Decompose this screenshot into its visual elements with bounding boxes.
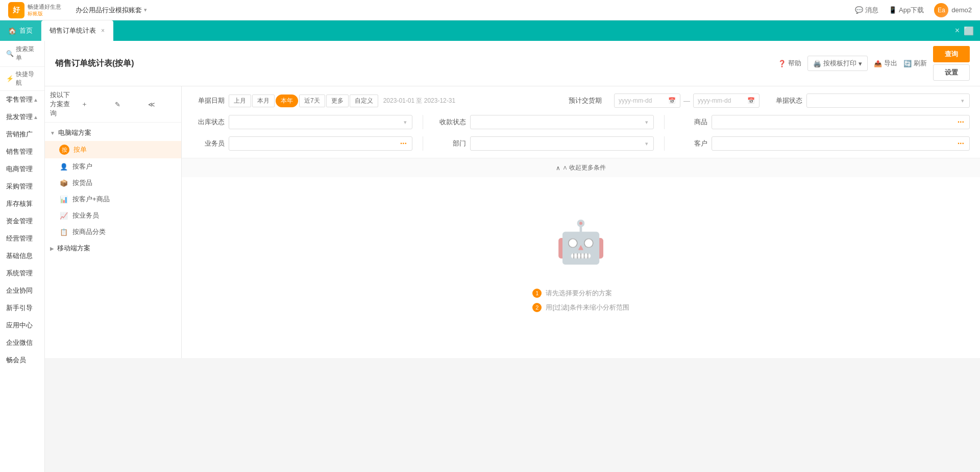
retail-arrow-icon: ▲ (33, 97, 38, 103)
scheme-item-by-order[interactable]: 按 按单 (45, 141, 181, 158)
logo-text: 畅捷通好生意 标账版 (28, 3, 61, 17)
edit-scheme-button[interactable]: ✎ (113, 100, 143, 109)
sidebar-item-app-center[interactable]: 应用中心 (0, 317, 44, 334)
this-month-button[interactable]: 本月 (252, 95, 275, 107)
dept-label: 部门 (433, 139, 470, 148)
sidebar-item-sales[interactable]: 销售管理 (0, 143, 44, 160)
sidebar-item-retail[interactable]: 零售管理 ▲ (0, 91, 44, 108)
empty-illustration: 🤖 (555, 218, 606, 266)
close-window-button[interactable]: × (955, 26, 960, 35)
sidebar-item-system[interactable]: 系统管理 (0, 265, 44, 282)
search-icon: 🔍 (6, 50, 14, 57)
tab-order-stats[interactable]: 销售订单统计表 × (41, 20, 113, 41)
salesperson-scheme-icon: 📈 (59, 212, 68, 220)
customer-select[interactable]: ··· (712, 136, 970, 151)
help-button[interactable]: ❓ 帮助 (778, 59, 801, 68)
custom-button[interactable]: 自定义 (350, 95, 378, 107)
logo-icon: 好 (8, 2, 24, 18)
workspace-selector[interactable]: 办公用品行业模拟账套 ▾ (76, 6, 147, 15)
goods-more-icon[interactable]: ··· (958, 117, 964, 127)
sidebar-item-enterprise[interactable]: 企业协同 (0, 282, 44, 299)
sidebar-item-enterprise-wx[interactable]: 企业微信 (0, 334, 44, 351)
message-button[interactable]: 💬 消息 (855, 6, 878, 15)
print-chevron-icon: ▾ (859, 60, 862, 67)
app-download-button[interactable]: 📱 App下载 (889, 6, 924, 15)
filter-row-date: 单据日期 上月 本月 本年 近7天 更多 自定义 2023-01-01 至 20… (192, 93, 970, 108)
sidebar-item-finance[interactable]: 资金管理 (0, 213, 44, 230)
top-bar-left: 好 畅捷通好生意 标账版 办公用品行业模拟账套 ▾ (8, 2, 147, 18)
sidebar-item-marketing[interactable]: 营销推广 (0, 126, 44, 143)
sidebar-item-ecommerce[interactable]: 电商管理 (0, 160, 44, 178)
goods-select[interactable]: ··· (712, 115, 970, 129)
this-year-button[interactable]: 本年 (276, 95, 298, 107)
prev-month-button[interactable]: 上月 (229, 95, 251, 107)
sidebar-item-purchase[interactable]: 采购管理 (0, 178, 44, 195)
collapse-bar[interactable]: ∧ ∧ 收起更多条件 (182, 158, 980, 177)
out-status-select[interactable]: ▾ (229, 115, 412, 129)
tab-home[interactable]: 🏠 首页 (0, 20, 41, 41)
scheme-item-by-goods-cat[interactable]: 📋 按商品分类 (45, 224, 181, 240)
salesperson-select[interactable]: ··· (229, 136, 412, 151)
expected-date-end[interactable]: yyyy-mm-dd 📅 (693, 93, 760, 108)
collapse-scheme-button[interactable]: ≪ (146, 100, 176, 109)
mobile-scheme-group[interactable]: ▶ 移动端方案 (45, 240, 181, 256)
salesperson-more-icon[interactable]: ··· (400, 139, 407, 148)
print-button[interactable]: 🖨️ 按模板打印 ▾ (807, 56, 868, 71)
sidebar: 🔍 搜索菜单 ⚡ 快捷导航 零售管理 ▲ 批发管理 ▲ 营销推广 销售管理 电商… (0, 41, 45, 472)
goods-cat-scheme-icon: 📋 (59, 228, 68, 236)
settings-button[interactable]: 设置 (933, 64, 970, 81)
scheme-item-by-salesperson[interactable]: 📈 按业务员 (45, 207, 181, 224)
sidebar-item-search[interactable]: 🔍 搜索菜单 (0, 41, 44, 67)
home-icon: 🏠 (8, 27, 16, 35)
sidebar-item-new-guide[interactable]: 新手引导 (0, 299, 44, 317)
sidebar-item-quick-nav[interactable]: ⚡ 快捷导航 (0, 67, 44, 91)
last-7-button[interactable]: 近7天 (299, 95, 325, 107)
sidebar-item-wholesale[interactable]: 批发管理 ▲ (0, 108, 44, 126)
salesperson-label: 业务员 (192, 139, 229, 148)
maximize-window-button[interactable]: ⬜ (964, 26, 974, 36)
filter-panel: 单据日期 上月 本月 本年 近7天 更多 自定义 2023-01-01 至 20… (182, 86, 980, 358)
phone-icon: 📱 (889, 6, 897, 14)
pc-scheme-group[interactable]: ▼ 电脑端方案 按 按单 👤 按客户 (45, 125, 181, 240)
filter-grid: 单据日期 上月 本月 本年 近7天 更多 自定义 2023-01-01 至 20… (182, 86, 980, 151)
single-status-select[interactable]: ▾ (806, 93, 970, 108)
date-filter-content: 上月 本月 本年 近7天 更多 自定义 2023-01-01 至 2023-12… (229, 95, 560, 107)
cust-goods-scheme-icon: 📊 (59, 196, 68, 203)
dept-select[interactable]: ▾ (470, 136, 654, 151)
empty-tips: 1 请先选择要分析的方案 2 用[过滤]条件来缩小分析范围 (532, 289, 629, 317)
receipt-status-label: 收款状态 (433, 117, 470, 127)
header-actions: ❓ 帮助 🖨️ 按模板打印 ▾ 📤 导出 🔄 刷新 查询 (778, 46, 970, 81)
date-separator: — (683, 97, 690, 105)
divider-4 (664, 136, 665, 151)
scheme-item-by-goods[interactable]: 📦 按货品 (45, 175, 181, 191)
divider-2 (664, 115, 665, 129)
mobile-group-collapse-icon: ▶ (50, 246, 54, 251)
sidebar-item-members[interactable]: 畅会员 (0, 351, 44, 369)
customer-more-icon[interactable]: ··· (958, 139, 964, 148)
add-scheme-button[interactable]: ＋ (79, 99, 109, 110)
sidebar-item-operations[interactable]: 经营管理 (0, 230, 44, 247)
expected-date-start[interactable]: yyyy-mm-dd 📅 (614, 93, 680, 108)
refresh-icon: 🔄 (903, 60, 912, 67)
tab-bar: 🏠 首页 销售订单统计表 × × ⬜ (0, 20, 980, 41)
body-area: 按以下方案查询 ＋ ✎ ≪ ▼ 电脑端方案 按 按单 (45, 86, 980, 358)
empty-tip-2: 2 用[过滤]条件来缩小分析范围 (532, 303, 629, 312)
more-button[interactable]: 更多 (326, 95, 349, 107)
tab-close-icon[interactable]: × (101, 27, 105, 34)
receipt-status-select[interactable]: ▾ (470, 115, 654, 129)
workspace-chevron-icon: ▾ (144, 7, 147, 13)
dept-chevron-icon: ▾ (645, 140, 648, 147)
single-status-chevron-icon: ▾ (961, 98, 964, 104)
query-button[interactable]: 查询 (933, 46, 970, 62)
scheme-item-by-customer[interactable]: 👤 按客户 (45, 158, 181, 175)
refresh-button[interactable]: 🔄 刷新 (903, 59, 927, 68)
sidebar-item-base-info[interactable]: 基础信息 (0, 247, 44, 265)
wholesale-arrow-icon: ▲ (33, 114, 38, 120)
sidebar-item-inventory[interactable]: 库存核算 (0, 195, 44, 213)
scheme-item-by-cust-goods[interactable]: 📊 按客户+商品 (45, 191, 181, 207)
tip-1-icon: 1 (532, 289, 542, 298)
export-button[interactable]: 📤 导出 (874, 59, 897, 68)
top-bar: 好 畅捷通好生意 标账版 办公用品行业模拟账套 ▾ 💬 消息 📱 App下载 E… (0, 0, 980, 20)
user-area[interactable]: Ea demo2 (934, 3, 972, 17)
content-area: 销售订单统计表(按单) ❓ 帮助 🖨️ 按模板打印 ▾ 📤 导出 🔄 刷新 (45, 41, 980, 472)
